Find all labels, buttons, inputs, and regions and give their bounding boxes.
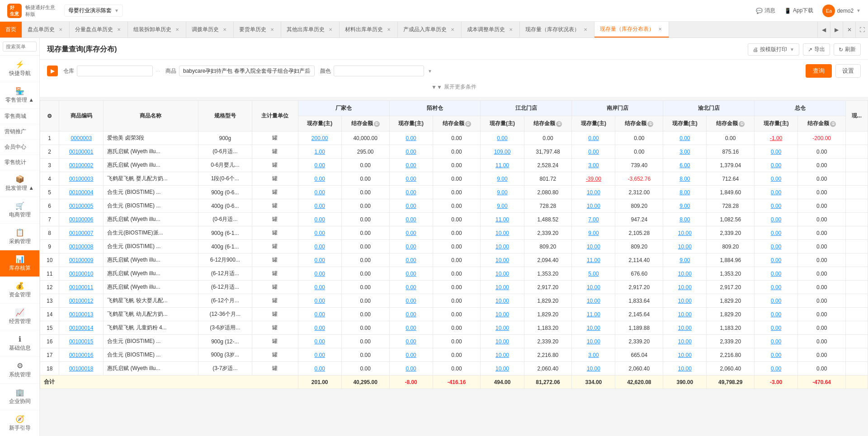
sidebar-item-guide[interactable]: 🧭 新手引导 bbox=[0, 410, 39, 436]
tab-product-inbound[interactable]: 产成品入库单历史 ✕ bbox=[398, 22, 462, 38]
cell-na-qty[interactable]: 10.00 bbox=[572, 294, 615, 308]
cell-mc-qty[interactable]: 0.00 bbox=[389, 362, 433, 375]
total-amt-info-icon[interactable]: ① bbox=[830, 121, 836, 127]
cell-yb-qty[interactable]: 10.00 bbox=[663, 267, 707, 281]
cell-cy-qty[interactable]: 0.00 bbox=[298, 294, 341, 308]
tab-close-icon[interactable]: ✕ bbox=[657, 26, 663, 32]
cell-cy-qty[interactable]: 0.00 bbox=[298, 362, 341, 375]
cell-total-qty[interactable]: 0.00 bbox=[755, 308, 798, 321]
cell-jb-qty[interactable]: 10.00 bbox=[481, 294, 524, 308]
tab-outbound-history[interactable]: 其他出库单历史 ✕ bbox=[281, 22, 340, 38]
tab-prev-btn[interactable]: ◀ bbox=[817, 22, 830, 38]
tab-stock-status[interactable]: 现存量（库存状况表） ✕ bbox=[520, 22, 594, 38]
tab-close-all-btn[interactable]: ✕ bbox=[843, 22, 855, 38]
cell-jb-qty[interactable]: 9.00 bbox=[481, 172, 524, 186]
tab-close-icon[interactable]: ✕ bbox=[222, 27, 228, 33]
sidebar-item-enterprise[interactable]: 🏢 企业协同 bbox=[0, 384, 39, 410]
tab-inventory-history[interactable]: 盘点单历史 ✕ bbox=[22, 22, 70, 38]
sidebar-item-system[interactable]: ⚙ 系统管理 bbox=[0, 357, 39, 384]
cell-yb-qty[interactable]: 6.00 bbox=[663, 159, 707, 172]
cell-yb-qty[interactable]: 10.00 bbox=[663, 308, 707, 321]
tab-close-icon[interactable]: ✕ bbox=[327, 27, 334, 33]
sidebar-item-operations[interactable]: 📈 经营管理 bbox=[0, 304, 39, 330]
cell-code[interactable]: 0000003 bbox=[59, 131, 104, 145]
cell-total-qty[interactable]: 0.00 bbox=[755, 213, 798, 226]
cell-yb-qty[interactable]: 10.00 bbox=[663, 348, 707, 362]
cell-jb-qty[interactable]: 10.00 bbox=[481, 267, 524, 281]
cell-jb-qty[interactable]: 0.00 bbox=[481, 131, 524, 145]
cell-cy-qty[interactable]: 0.00 bbox=[298, 281, 341, 294]
cell-yb-qty[interactable]: 8.00 bbox=[663, 213, 707, 226]
cell-cy-qty[interactable]: 0.00 bbox=[298, 321, 341, 335]
cell-cy-qty[interactable]: 0.00 bbox=[298, 213, 341, 226]
cell-jb-qty[interactable]: 10.00 bbox=[481, 348, 524, 362]
cell-code[interactable]: 00100013 bbox=[59, 308, 104, 321]
cell-mc-qty[interactable]: 0.00 bbox=[389, 321, 433, 335]
cell-code[interactable]: 00100005 bbox=[59, 199, 104, 213]
cell-cy-qty[interactable]: 0.00 bbox=[298, 240, 341, 253]
message-btn[interactable]: 💬 消息 bbox=[756, 7, 775, 14]
cell-total-qty[interactable]: 0.00 bbox=[755, 362, 798, 375]
sidebar-item-quick[interactable]: ⚡ 快捷导航 bbox=[0, 56, 39, 82]
cell-jb-qty[interactable]: 10.00 bbox=[481, 362, 524, 375]
cell-mc-qty[interactable]: 0.00 bbox=[389, 253, 433, 267]
warehouse-input[interactable] bbox=[77, 66, 153, 76]
cell-yb-qty[interactable]: 0.00 bbox=[663, 131, 707, 145]
cell-total-qty[interactable]: 0.00 bbox=[755, 159, 798, 172]
cell-mc-qty[interactable]: 0.00 bbox=[389, 226, 433, 240]
user-avatar-area[interactable]: Ea demo2 ▼ bbox=[822, 5, 861, 17]
tab-stock-dist[interactable]: 现存量（库存分布表） ✕ bbox=[594, 22, 669, 38]
cell-code[interactable]: 00100012 bbox=[59, 294, 104, 308]
sidebar-item-purchase[interactable]: 📋 采购管理 bbox=[0, 224, 39, 250]
cell-cy-qty[interactable]: 0.00 bbox=[298, 172, 341, 186]
sidebar-item-inventory[interactable]: 📊 库存核算 bbox=[0, 250, 39, 277]
sidebar-item-finance[interactable]: 💰 资金管理 bbox=[0, 277, 39, 304]
cell-code[interactable]: 00100010 bbox=[59, 267, 104, 281]
cell-na-qty[interactable]: -39.00 bbox=[572, 172, 615, 186]
cell-yb-qty[interactable]: 10.00 bbox=[663, 362, 707, 375]
cell-mc-qty[interactable]: 0.00 bbox=[389, 131, 433, 145]
cell-mc-qty[interactable]: 0.00 bbox=[389, 159, 433, 172]
cell-mc-qty[interactable]: 0.00 bbox=[389, 294, 433, 308]
cell-code[interactable]: 00100018 bbox=[59, 362, 104, 375]
cell-total-qty[interactable]: 0.00 bbox=[755, 253, 798, 267]
cell-na-qty[interactable]: 5.00 bbox=[572, 267, 615, 281]
cell-cy-qty[interactable]: 0.00 bbox=[298, 253, 341, 267]
yb-amt-info-icon[interactable]: ① bbox=[739, 121, 745, 127]
cell-cy-qty[interactable]: 0.00 bbox=[298, 348, 341, 362]
cell-na-qty[interactable]: 10.00 bbox=[572, 186, 615, 199]
cell-cy-qty[interactable]: 200.00 bbox=[298, 131, 341, 145]
cell-mc-qty[interactable]: 0.00 bbox=[389, 199, 433, 213]
cell-na-qty[interactable]: 7.00 bbox=[572, 213, 615, 226]
btn-refresh[interactable]: ↻ 刷新 bbox=[834, 43, 861, 56]
cell-jb-qty[interactable]: 109.00 bbox=[481, 145, 524, 159]
cell-na-qty[interactable]: 10.00 bbox=[572, 199, 615, 213]
cell-yb-qty[interactable]: 8.00 bbox=[663, 172, 707, 186]
cell-total-qty[interactable]: 0.00 bbox=[755, 226, 798, 240]
btn-export[interactable]: ↗ 导出 bbox=[803, 43, 830, 56]
mc-amt-info-icon[interactable]: ① bbox=[465, 121, 471, 127]
cell-mc-qty[interactable]: 0.00 bbox=[389, 267, 433, 281]
cell-yb-qty[interactable]: 9.00 bbox=[663, 199, 707, 213]
cell-yb-qty[interactable]: 10.00 bbox=[663, 335, 707, 348]
cell-na-qty[interactable]: 11.00 bbox=[572, 253, 615, 267]
cy-amt-info-icon[interactable]: ① bbox=[374, 121, 380, 127]
cell-cy-qty[interactable]: 0.00 bbox=[298, 199, 341, 213]
cell-code[interactable]: 00100007 bbox=[59, 226, 104, 240]
cell-code[interactable]: 00100009 bbox=[59, 253, 104, 267]
tab-home[interactable]: 首页 bbox=[0, 22, 22, 38]
tab-order-history[interactable]: 要货单历史 ✕ bbox=[234, 22, 281, 38]
color-input[interactable] bbox=[334, 66, 424, 76]
jb-amt-info-icon[interactable]: ① bbox=[556, 121, 562, 127]
cell-jb-qty[interactable]: 11.00 bbox=[481, 159, 524, 172]
cell-mc-qty[interactable]: 0.00 bbox=[389, 281, 433, 294]
cell-yb-qty[interactable]: 9.00 bbox=[663, 253, 707, 267]
tab-close-icon[interactable]: ✕ bbox=[269, 27, 275, 33]
cell-total-qty[interactable]: 0.00 bbox=[755, 348, 798, 362]
cell-cy-qty[interactable]: 0.00 bbox=[298, 226, 341, 240]
sidebar-item-member[interactable]: 会员中心 bbox=[0, 140, 39, 155]
cell-na-qty[interactable]: 10.00 bbox=[572, 362, 615, 375]
cell-code[interactable]: 00100011 bbox=[59, 281, 104, 294]
tab-close-icon[interactable]: ✕ bbox=[508, 27, 514, 33]
cell-code[interactable]: 00100016 bbox=[59, 348, 104, 362]
